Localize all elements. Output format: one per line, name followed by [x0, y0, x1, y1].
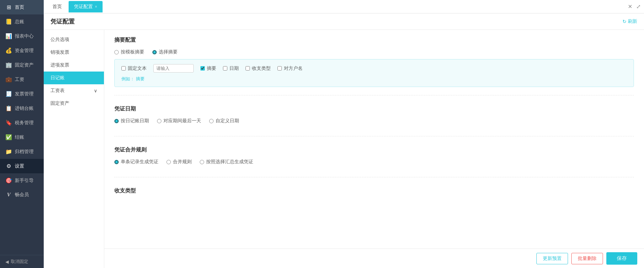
home-icon: ⊞ [5, 4, 12, 10]
checkbox-date-label[interactable]: 日期 [223, 65, 239, 72]
radio-merge-label[interactable]: 合并规则 [166, 159, 192, 165]
sidebar-item-checkout[interactable]: ✅ 结账 [0, 130, 44, 144]
fixed-text-input[interactable] [153, 64, 194, 73]
tab-home[interactable]: 首页 [47, 1, 67, 12]
merge-rules-title: 凭证合并规则 [114, 146, 634, 153]
sidebar-item-reports[interactable]: 📊 报表中心 [0, 29, 44, 43]
main-area: 首页 凭证配置 × ✕ ⤢ 凭证配置 ↻ 刷新 公共选项 销项发票 进项 [44, 0, 644, 268]
radio-custom-date[interactable] [209, 119, 214, 123]
sidebar-item-guide[interactable]: 🎯 新手引导 [0, 173, 44, 188]
nav-item-public[interactable]: 公共选项 [44, 33, 104, 46]
tab-close-icon[interactable]: × [95, 4, 97, 9]
sidebar-item-funds[interactable]: 💰 资金管理 [0, 43, 44, 58]
checkbox-summary[interactable] [200, 66, 205, 71]
close-window-icon[interactable]: ✕ [628, 3, 632, 10]
voucher-date-title: 凭证日期 [114, 105, 634, 113]
checkbox-counterpart[interactable] [277, 66, 282, 71]
funds-icon: 💰 [5, 47, 12, 54]
radio-template[interactable] [114, 50, 119, 54]
guide-icon: 🎯 [5, 177, 12, 184]
sidebar-item-purchase[interactable]: 📋 进销台账 [0, 101, 44, 116]
invoice-icon: 🧾 [5, 91, 12, 97]
radio-custom-date-label[interactable]: 自定义日期 [209, 118, 239, 124]
radio-by-selection-label[interactable]: 按照选择汇总生成凭证 [200, 159, 253, 165]
radio-by-selection[interactable] [200, 160, 204, 164]
save-button[interactable]: 保存 [606, 252, 637, 265]
radio-select[interactable] [152, 50, 157, 54]
content-wrapper: 公共选项 销项发票 进项发票 日记账 工资表 ∨ 固定资产 [44, 30, 644, 268]
checkbox-fixed-text-label[interactable]: 固定文本 [121, 65, 147, 72]
refresh-icon: ↻ [622, 19, 627, 24]
purchase-icon: 📋 [5, 105, 12, 111]
tab-voucher-config[interactable]: 凭证配置 × [69, 1, 103, 12]
sidebar-item-archive[interactable]: 📁 归档管理 [0, 144, 44, 159]
assets-icon: 🏢 [5, 62, 12, 68]
nav-item-payroll[interactable]: 工资表 ∨ [44, 84, 104, 97]
tax-icon: 🔖 [5, 120, 12, 126]
cancel-pin-button[interactable]: ◀ 取消固定 [0, 255, 44, 268]
salary-icon: 💼 [5, 76, 12, 83]
radio-journal-date-label[interactable]: 按日记账日期 [114, 118, 149, 124]
sidebar-item-settings[interactable]: ⚙ 设置 [0, 159, 44, 173]
refresh-button[interactable]: ↻ 刷新 [622, 18, 637, 25]
sidebar-item-home[interactable]: ⊞ 首页 [0, 0, 44, 14]
pin-icon: ◀ [5, 259, 9, 264]
sidebar-item-assets[interactable]: 🏢 固定资产 [0, 58, 44, 72]
maximize-icon[interactable]: ⤢ [636, 3, 641, 10]
footer-bar: 更新预置 批量删除 保存 [104, 249, 644, 268]
sidebar-item-tax[interactable]: 🔖 税务管理 [0, 116, 44, 130]
sidebar-item-vip[interactable]: V 畅会员 [0, 188, 44, 202]
left-nav: 公共选项 销项发票 进项发票 日记账 工资表 ∨ 固定资产 [44, 30, 104, 268]
radio-template-label[interactable]: 按模板摘要 [114, 49, 144, 55]
right-content: 摘要配置 按模板摘要 选择摘要 [104, 30, 644, 249]
income-expense-section: 收支类型 [114, 187, 634, 208]
radio-due-last-label[interactable]: 对应期间最后一天 [157, 118, 201, 124]
merge-rules-section: 凭证合并规则 单条记录生成凭证 合并规则 按照选择汇总生成凭证 [114, 146, 634, 177]
checkbox-date[interactable] [223, 66, 227, 71]
vip-icon: V [5, 192, 12, 198]
radio-journal-date[interactable] [114, 119, 119, 123]
nav-item-fixed-assets[interactable]: 固定资产 [44, 97, 104, 110]
checkbox-payment-type-label[interactable]: 收支类型 [245, 65, 271, 72]
checkbox-fixed-text[interactable] [121, 66, 126, 71]
page-title: 凭证配置 [50, 17, 75, 26]
merge-rules-radio-group: 单条记录生成凭证 合并规则 按照选择汇总生成凭证 [114, 159, 634, 165]
page-header: 凭证配置 ↻ 刷新 [44, 13, 644, 30]
example-row: 例如： 摘要 [121, 76, 627, 82]
summary-config-title: 摘要配置 [114, 37, 634, 44]
ledger-icon: 📒 [5, 18, 12, 25]
checkbox-summary-label[interactable]: 摘要 [200, 65, 216, 72]
archive-icon: 📁 [5, 148, 12, 155]
checkout-icon: ✅ [5, 134, 12, 140]
voucher-date-radio-group: 按日记账日期 对应期间最后一天 自定义日期 [114, 118, 634, 124]
summary-radio-group: 按模板摘要 选择摘要 [114, 49, 634, 55]
sidebar-item-invoice[interactable]: 🧾 发票管理 [0, 87, 44, 101]
summary-config-box: 固定文本 摘要 日期 [114, 59, 634, 87]
radio-merge[interactable] [166, 160, 171, 164]
batch-delete-button[interactable]: 批量删除 [571, 253, 603, 264]
chevron-down-icon: ∨ [94, 88, 97, 93]
income-expense-title: 收支类型 [114, 187, 634, 194]
nav-item-sales[interactable]: 销项发票 [44, 46, 104, 59]
sidebar: ⊞ 首页 📒 总账 📊 报表中心 💰 资金管理 🏢 固定资产 💼 工资 🧾 发票… [0, 0, 44, 268]
update-preview-button[interactable]: 更新预置 [536, 253, 568, 264]
radio-single[interactable] [114, 160, 119, 164]
nav-item-journal[interactable]: 日记账 [44, 72, 104, 84]
checkbox-row: 固定文本 摘要 日期 [121, 64, 627, 73]
settings-icon: ⚙ [5, 163, 12, 169]
tab-bar-actions: ✕ ⤢ [628, 3, 641, 10]
sidebar-item-salary[interactable]: 💼 工资 [0, 72, 44, 87]
checkbox-payment-type[interactable] [245, 66, 250, 71]
radio-single-label[interactable]: 单条记录生成凭证 [114, 159, 158, 165]
radio-due-last[interactable] [157, 119, 161, 123]
reports-icon: 📊 [5, 33, 12, 39]
radio-select-label[interactable]: 选择摘要 [152, 49, 178, 55]
summary-config-section: 摘要配置 按模板摘要 选择摘要 [114, 37, 634, 95]
checkbox-counterpart-label[interactable]: 对方户名 [277, 65, 303, 72]
sidebar-item-ledger[interactable]: 📒 总账 [0, 14, 44, 29]
tab-bar: 首页 凭证配置 × ✕ ⤢ [44, 0, 644, 13]
voucher-date-section: 凭证日期 按日记账日期 对应期间最后一天 自定义日期 [114, 105, 634, 136]
nav-item-purchase-invoice[interactable]: 进项发票 [44, 59, 104, 72]
